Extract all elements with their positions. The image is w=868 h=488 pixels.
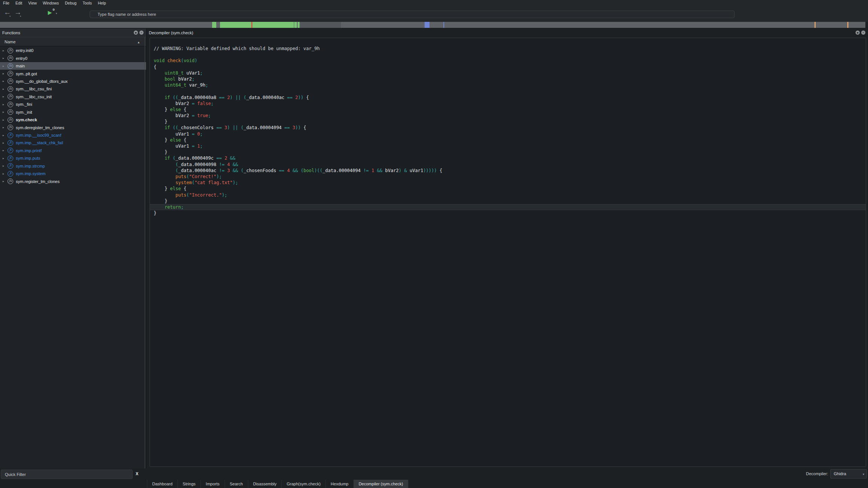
code-line[interactable]: uVar1 = 1; [154, 143, 865, 149]
expand-caret-icon[interactable]: ▸ [3, 157, 8, 160]
function-row[interactable]: ▸ƒxentry0 [0, 54, 146, 62]
function-row[interactable]: ▸ƒxsym.__libc_csu_init [0, 93, 146, 101]
function-icon: ƒn [8, 63, 13, 69]
code-token: (( [173, 125, 178, 130]
code-line[interactable]: puts("Incorrect."); [154, 192, 865, 198]
expand-caret-icon[interactable]: ▸ [3, 180, 8, 183]
decompiler-engine-select[interactable]: Ghidra ▾ [830, 469, 867, 479]
expand-caret-icon[interactable]: ▸ [3, 95, 8, 98]
code-line[interactable]: uint64_t var_9h; [154, 82, 865, 88]
tab-imports[interactable]: Imports [201, 480, 225, 488]
close-icon[interactable]: × [139, 30, 144, 35]
decompiler-code: // WARNING: Variable defined which shoul… [154, 46, 865, 216]
expand-caret-icon[interactable]: ▸ [3, 64, 8, 68]
expand-caret-icon[interactable]: ▸ [3, 110, 8, 114]
debug-dropdown-caret-icon[interactable]: ▾ [56, 12, 57, 15]
code-line[interactable]: bVar2 = true; [154, 113, 865, 119]
function-row[interactable]: ▸ƒisym.imp.strcmp [0, 162, 146, 170]
code-token: uVar1 [154, 131, 189, 137]
function-row[interactable]: ▸ƒisym.imp.printf [0, 147, 146, 154]
expand-caret-icon[interactable]: ▸ [3, 149, 8, 152]
code-line[interactable]: (_data.00004098 != 4 && [154, 162, 865, 168]
expand-caret-icon[interactable]: ▸ [3, 79, 8, 83]
function-row[interactable]: ▸ƒxentry.init0 [0, 47, 146, 54]
function-row[interactable]: ▸ƒisym.imp.puts [0, 154, 146, 162]
function-row[interactable]: ▸ƒxsym.register_tm_clones [0, 177, 146, 185]
search-input[interactable] [90, 11, 735, 18]
expand-caret-icon[interactable]: ▸ [3, 126, 8, 129]
function-row[interactable]: ▸ƒxsym._fini [0, 101, 146, 108]
code-line[interactable]: uint8_t uVar1; [154, 70, 865, 76]
code-line[interactable]: (_data.000040ac != 3 && (_chosenFoods ==… [154, 168, 865, 174]
tab-hexdump[interactable]: Hexdump [326, 480, 354, 488]
function-row[interactable]: ▸ƒxsym.__do_global_dtors_aux [0, 78, 146, 85]
code-line[interactable] [154, 52, 865, 58]
expand-caret-icon[interactable]: ▸ [3, 72, 8, 75]
menu-help[interactable]: Help [95, 1, 109, 5]
name-column-header[interactable]: Name ▲ [0, 37, 146, 46]
function-row[interactable]: ▸ƒisym.imp.system [0, 170, 146, 177]
code-line[interactable]: } else { [154, 107, 865, 113]
tab-search[interactable]: Search [225, 480, 248, 488]
expand-caret-icon[interactable]: ▸ [3, 141, 8, 145]
menu-view[interactable]: View [25, 1, 40, 5]
back-dropdown-caret-icon[interactable]: ▾ [9, 15, 11, 17]
forward-dropdown-caret-icon[interactable]: ▾ [20, 15, 21, 17]
function-row[interactable]: ▸ƒxsym..plt.got [0, 70, 146, 77]
undock-icon[interactable]: ◆ [856, 30, 860, 35]
code-line[interactable]: // WARNING: Variable defined which shoul… [154, 46, 865, 52]
menu-windows[interactable]: Windows [40, 1, 62, 5]
tab-strings[interactable]: Strings [178, 480, 201, 488]
code-line[interactable]: puts("Correct!"); [154, 174, 865, 180]
expand-caret-icon[interactable]: ▸ [3, 103, 8, 106]
quick-filter-clear-button[interactable]: X [136, 471, 138, 476]
tab-dashboard[interactable]: Dashboard [147, 480, 178, 488]
undock-icon[interactable]: ◆ [134, 30, 138, 35]
expand-caret-icon[interactable]: ▸ [3, 164, 8, 168]
code-line[interactable]: } else { [154, 186, 865, 192]
code-line[interactable]: if ((_data.000040a8 == 2) || (_data.0000… [154, 95, 865, 101]
minimap-segment [815, 22, 816, 28]
expand-caret-icon[interactable]: ▸ [3, 49, 8, 52]
code-line[interactable]: bool bVar2; [154, 76, 865, 82]
code-line[interactable]: } else { [154, 137, 865, 143]
close-icon[interactable]: × [861, 30, 865, 35]
tab-disassembly[interactable]: Disassembly [248, 480, 282, 488]
code-line[interactable]: } [154, 119, 865, 125]
function-row[interactable]: ▸ƒxsym.__libc_csu_fini [0, 85, 146, 93]
tab-graph-sym-check[interactable]: Graph(sym.check) [282, 480, 326, 488]
menu-edit[interactable]: Edit [12, 1, 25, 5]
code-token: ) || ( [230, 95, 246, 100]
code-line[interactable]: { [154, 64, 865, 70]
tab-decompiler-sym-check[interactable]: Decompiler (sym.check) [354, 480, 408, 488]
function-list-scrollbar[interactable] [145, 37, 145, 468]
code-line[interactable]: } [154, 149, 865, 155]
expand-caret-icon[interactable]: ▸ [3, 172, 8, 175]
debug-start-icon[interactable]: ▶ [48, 9, 52, 15]
menu-debug[interactable]: Debug [62, 1, 79, 5]
code-line[interactable]: return; [150, 204, 866, 210]
code-line[interactable]: if ((_chosenColors == 3) || (_data.00004… [154, 125, 865, 131]
code-line[interactable]: bVar2 = false; [154, 101, 865, 107]
function-row[interactable]: ▸ƒxsym._init [0, 108, 146, 116]
quick-filter-input[interactable] [1, 470, 133, 479]
code-line[interactable] [154, 88, 865, 94]
expand-caret-icon[interactable]: ▸ [3, 56, 8, 60]
expand-caret-icon[interactable]: ▸ [3, 118, 8, 122]
function-row[interactable]: ▸ƒisym.imp.__stack_chk_fail [0, 139, 146, 146]
code-line[interactable]: uVar1 = 0; [154, 131, 865, 137]
function-row[interactable]: ▸ƒisym.imp.__isoc99_scanf [0, 131, 146, 139]
code-line[interactable]: if (_data.0000409c == 2 && [154, 155, 865, 161]
function-row[interactable]: ▸ƒxsym.check [0, 116, 146, 124]
menu-tools[interactable]: Tools [79, 1, 95, 5]
function-row[interactable]: ▸ƒxsym.deregister_tm_clones [0, 124, 146, 131]
code-line[interactable]: void check(void) [154, 58, 865, 64]
code-line[interactable]: } [154, 210, 865, 216]
expand-caret-icon[interactable]: ▸ [3, 87, 8, 91]
menu-file[interactable]: File [0, 1, 12, 5]
code-line[interactable]: } [154, 198, 865, 204]
code-line[interactable]: system("cat flag.txt"); [154, 180, 865, 186]
function-row[interactable]: ▸ƒnmain [0, 62, 146, 70]
minimap[interactable] [0, 22, 868, 28]
expand-caret-icon[interactable]: ▸ [3, 134, 8, 137]
